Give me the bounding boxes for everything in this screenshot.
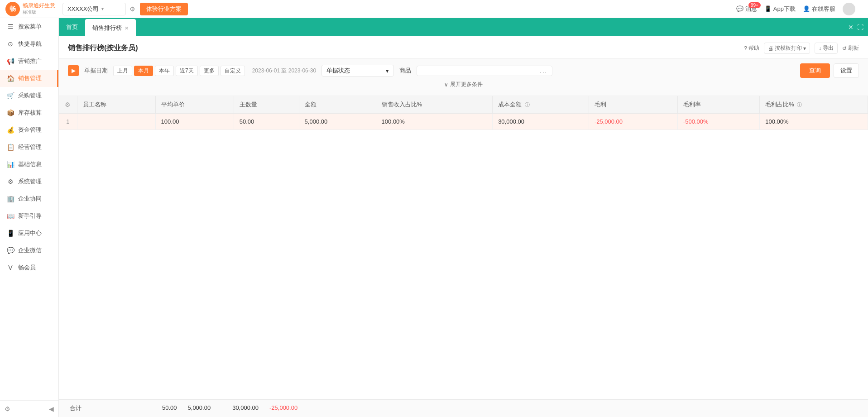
- expand-more-btn[interactable]: ∨ 展开更多条件: [68, 78, 859, 91]
- date-btn-7-days[interactable]: 近7天: [176, 66, 198, 76]
- goods-input[interactable]: ...: [417, 66, 552, 76]
- table-footer: 合计 50.00 5,000.00 30,000.00 -25,000.00: [59, 399, 868, 417]
- sidebar-label-wechat: 企业微信: [18, 246, 42, 254]
- filter-right-buttons: 查询 设置: [800, 63, 859, 78]
- data-table: ⚙ 员工名称 平均单价 主数量: [59, 96, 868, 130]
- service-label: 在线客服: [812, 5, 835, 13]
- help-button[interactable]: ? 帮助: [744, 44, 759, 52]
- tab-close-all-icon[interactable]: ✕: [848, 24, 854, 31]
- message-btn[interactable]: 💬 消息 99+: [736, 5, 757, 13]
- query-button[interactable]: 查询: [800, 63, 830, 78]
- purchase-icon: 🛒: [6, 92, 14, 99]
- avatar[interactable]: [843, 3, 855, 15]
- message-badge: 99+: [748, 2, 761, 8]
- inventory-icon: 📦: [6, 109, 14, 116]
- tab-close-icon[interactable]: ✕: [125, 25, 129, 31]
- logo-text: 畅康通好生意: [23, 2, 55, 10]
- sidebar-item-system[interactable]: ⚙ 系统管理: [0, 173, 58, 190]
- page-header: 销售排行榜(按业务员) ? 帮助 🖨 按模板打印 ▾ ↓: [59, 36, 868, 59]
- status-chevron-icon: ▾: [386, 67, 389, 74]
- sidebar-label-search: 搜索菜单: [18, 23, 42, 31]
- date-btn-custom[interactable]: 自定义: [221, 66, 245, 76]
- sidebar-label-inventory: 库存核算: [18, 109, 42, 117]
- sidebar-item-operations[interactable]: 📋 经营管理: [0, 139, 58, 156]
- gross-pct-info-icon[interactable]: ⓘ: [797, 102, 802, 107]
- logo-icon: 畅: [5, 2, 20, 16]
- table-row: 1 100.00 50.00 5,000.00 100.00% 30,000.0…: [59, 114, 868, 130]
- cell-main-qty: 50.00: [234, 114, 299, 130]
- logo-text-area: 畅康通好生意 标准版: [23, 2, 55, 16]
- home-icon: ⊙: [6, 40, 14, 48]
- date-btn-more[interactable]: 更多: [200, 66, 219, 76]
- sidebar-item-app-center[interactable]: 📱 应用中心: [0, 225, 58, 242]
- app-center-icon: 📱: [6, 230, 14, 237]
- print-icon: 🖨: [768, 45, 773, 52]
- gear-icon[interactable]: ⚙: [129, 5, 135, 13]
- sidebar-label-sales: 销售管理: [18, 74, 42, 82]
- sidebar-item-marketing[interactable]: 📢 营销推广: [0, 53, 58, 70]
- tab-sales-rank-label: 销售排行榜: [92, 24, 122, 32]
- sidebar-label-purchase: 采购管理: [18, 91, 42, 100]
- enterprise-icon: 🏢: [6, 195, 14, 202]
- sidebar-item-member[interactable]: V 畅会员: [0, 259, 58, 276]
- date-range: 2023-06-01 至 2023-06-30: [252, 67, 316, 75]
- refresh-button[interactable]: ↺ 刷新: [842, 44, 859, 52]
- sidebar-item-guide[interactable]: 📖 新手引导: [0, 207, 58, 225]
- sales-icon: 🏠: [6, 75, 14, 82]
- template-print-button[interactable]: 🖨 按模板打印 ▾: [764, 43, 810, 54]
- tab-home-label: 首页: [66, 23, 78, 31]
- sidebar-label-operations: 经营管理: [18, 143, 42, 151]
- trial-button[interactable]: 体验行业方案: [140, 3, 188, 15]
- message-icon: 💬: [736, 5, 743, 12]
- tab-expand-icon[interactable]: ⛶: [857, 24, 863, 31]
- refresh-icon: ↺: [842, 45, 847, 52]
- goods-more-icon[interactable]: ...: [540, 67, 547, 74]
- sidebar-label-basic-info: 基础信息: [18, 160, 42, 168]
- sidebar-label-guide: 新手引导: [18, 212, 42, 220]
- settings-bottom-icon[interactable]: ⚙: [5, 405, 10, 412]
- date-btn-last-month[interactable]: 上月: [113, 66, 132, 76]
- filter-bar: ▶ 单据日期 上月 本月 本年 近7天 更多 自定义 2023-06-01 至 …: [59, 59, 868, 96]
- sidebar-label-system: 系统管理: [18, 177, 42, 186]
- app-label: App下载: [773, 5, 796, 13]
- sidebar-label-finance: 资金管理: [18, 126, 42, 134]
- date-btn-this-month[interactable]: 本月: [134, 66, 153, 76]
- company-selector[interactable]: XXXXX公司 ▾: [62, 3, 126, 15]
- footer-avg-price: [146, 404, 157, 412]
- status-select[interactable]: 单据状态 ▾: [321, 65, 394, 77]
- sidebar-label-marketing: 营销推广: [18, 57, 42, 65]
- footer-amount: 5,000.00: [182, 404, 216, 412]
- cost-info-icon[interactable]: ⓘ: [525, 102, 530, 107]
- sidebar-item-sales[interactable]: 🏠 销售管理: [0, 70, 58, 87]
- date-btn-this-year[interactable]: 本年: [155, 66, 174, 76]
- sidebar-item-purchase[interactable]: 🛒 采购管理: [0, 87, 58, 104]
- sidebar-item-quick-nav[interactable]: ⊙ 快捷导航: [0, 35, 58, 53]
- online-service-btn[interactable]: 👤 在线客服: [803, 5, 835, 13]
- sidebar-item-inventory[interactable]: 📦 库存核算: [0, 104, 58, 121]
- filter-toggle-btn[interactable]: ▶: [68, 65, 79, 76]
- table-header-row: ⚙ 员工名称 平均单价 主数量: [59, 96, 868, 114]
- collapse-icon[interactable]: ◀: [49, 405, 54, 412]
- export-button[interactable]: ↓ 导出: [815, 43, 838, 54]
- col-amount: 全额: [299, 96, 376, 114]
- settings-button[interactable]: 设置: [834, 63, 859, 78]
- sidebar-item-wechat[interactable]: 💬 企业微信: [0, 242, 58, 259]
- app-download-btn[interactable]: 📱 App下载: [764, 5, 796, 13]
- sidebar: ☰ 搜索菜单 ⊙ 快捷导航 📢 营销推广 🏠 销售管理 🛒 采购管理 📦 库: [0, 18, 59, 417]
- sidebar-item-search[interactable]: ☰ 搜索菜单: [0, 18, 58, 35]
- sidebar-item-finance[interactable]: 💰 资金管理: [0, 121, 58, 139]
- sidebar-item-basic-info[interactable]: 📊 基础信息: [0, 156, 58, 173]
- tab-sales-rank[interactable]: 销售排行榜 ✕: [85, 19, 136, 37]
- cell-avg-price: 100.00: [155, 114, 234, 130]
- table-area: ⚙ 员工名称 平均单价 主数量: [59, 96, 868, 399]
- col-avg-price: 平均单价: [155, 96, 234, 114]
- cell-gross-pct: 100.00%: [760, 114, 868, 130]
- col-settings-icon[interactable]: ⚙: [65, 101, 71, 108]
- tab-home[interactable]: 首页: [59, 18, 85, 36]
- template-chevron-icon: ▾: [803, 45, 806, 52]
- wechat-icon: 💬: [6, 247, 14, 254]
- footer-gross: -25,000.00: [264, 404, 303, 412]
- sidebar-item-enterprise[interactable]: 🏢 企业协同: [0, 190, 58, 207]
- tab-bar-right: ✕ ⛶: [848, 24, 868, 31]
- member-icon: V: [6, 264, 14, 271]
